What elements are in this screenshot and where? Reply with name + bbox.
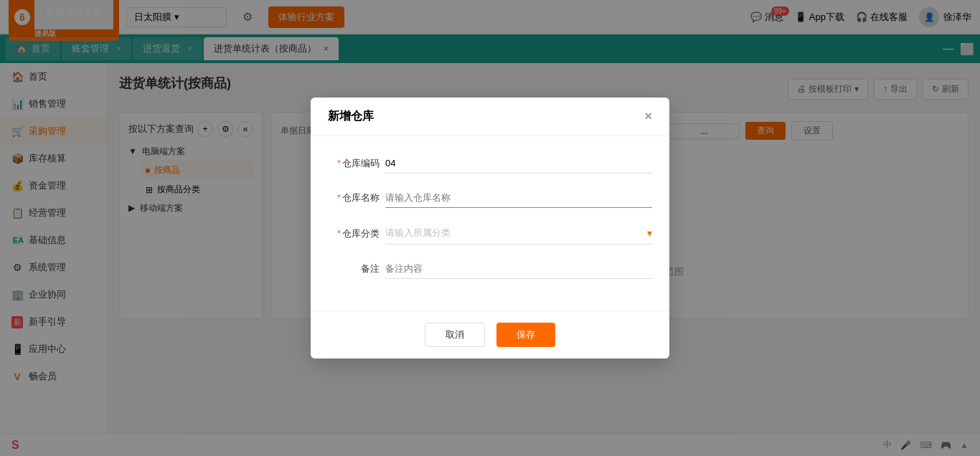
category-select[interactable]: 请输入所属分类 ▾ — [385, 222, 652, 244]
name-input[interactable] — [385, 188, 652, 208]
remark-input[interactable] — [385, 259, 652, 279]
category-placeholder: 请输入所属分类 — [385, 227, 451, 239]
form-row-code: 仓库编码 — [328, 153, 652, 174]
form-row-category: 仓库分类 请输入所属分类 ▾ — [328, 222, 652, 244]
form-row-name: 仓库名称 — [328, 188, 652, 208]
modal-overlay[interactable]: 新增仓库 × 仓库编码 仓库名称 仓库分类 请输入所属分类 ▾ — [0, 0, 980, 456]
code-input[interactable] — [385, 153, 652, 174]
name-label: 仓库名称 — [328, 191, 385, 204]
new-warehouse-modal: 新增仓库 × 仓库编码 仓库名称 仓库分类 请输入所属分类 ▾ — [311, 98, 669, 358]
modal-close-btn[interactable]: × — [644, 109, 652, 124]
form-row-remark: 备注 — [328, 259, 652, 279]
modal-header: 新增仓库 × — [311, 98, 669, 136]
category-label: 仓库分类 — [328, 227, 385, 240]
cancel-button[interactable]: 取消 — [425, 323, 485, 347]
remark-label: 备注 — [328, 262, 385, 275]
modal-title: 新增仓库 — [328, 109, 374, 124]
code-label: 仓库编码 — [328, 157, 385, 170]
category-arrow-icon: ▾ — [647, 227, 652, 239]
save-button[interactable]: 保存 — [496, 323, 555, 347]
modal-body: 仓库编码 仓库名称 仓库分类 请输入所属分类 ▾ 备注 — [311, 136, 669, 310]
modal-footer: 取消 保存 — [311, 310, 669, 358]
